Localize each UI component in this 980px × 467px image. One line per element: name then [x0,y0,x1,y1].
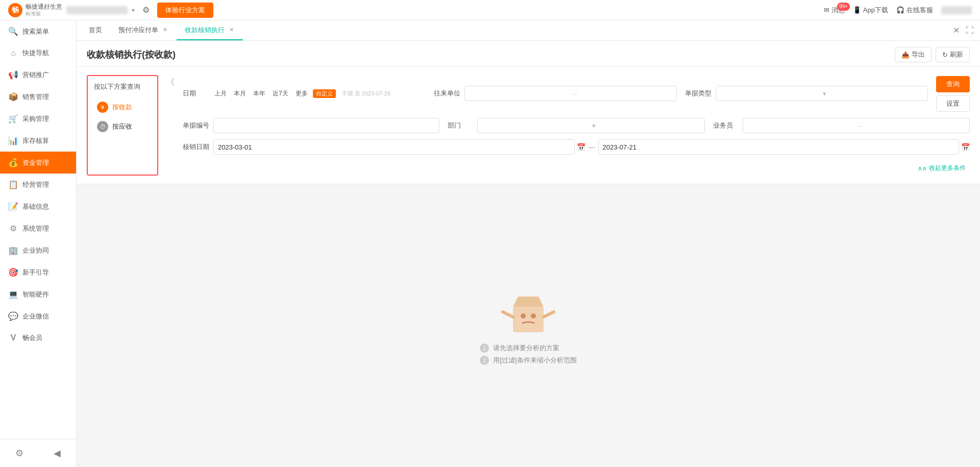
verify-date-end-input[interactable] [598,139,960,155]
member-icon: V [8,333,18,342]
quick-date-lastmonth[interactable]: 上月 [212,88,229,99]
quick-date-thismonth[interactable]: 本月 [232,88,248,99]
solution-button[interactable]: 体验行业方案 [157,3,213,18]
quick-date-more[interactable]: 更多 [293,88,310,99]
collapse-more-btn[interactable]: ∧∧ 收起更多条件 [914,163,970,174]
filter-option-by-receipt[interactable]: ¥ 按收款 [94,97,151,117]
tab-prepay-close[interactable]: ✕ [161,27,168,34]
quick-date-thisyear[interactable]: 本年 [251,88,267,99]
sidebar-item-hardware[interactable]: 💻 智能硬件 [0,283,76,305]
collapse-more-row: ∧∧ 收起更多条件 [183,161,970,176]
sidebar-collapse-btn[interactable]: ◀ [50,446,65,461]
sidebar-label-member: 畅会员 [22,333,42,342]
app-download-action[interactable]: 📱 App下载 [853,6,888,15]
app-download-label: App下载 [863,6,888,15]
date-separator: — [589,143,595,151]
tab-expand-btn[interactable]: ⛶ [964,24,976,37]
brand-info: 畅捷通好生意 标准版 [26,3,62,16]
sidebar-label-operations: 经营管理 [22,180,49,189]
filter-main-fields: 日期 上月 本月 本年 近7天 更多 自定义 不限 至 2023-07-26 [183,75,970,176]
top-header: 畅 畅捷通好生意 标准版 ▾ ⚙ 体验行业方案 ✉ 消息 99+ 📱 App下载… [0,0,980,20]
empty-hint-1: 1 请先选择要分析的方案 [480,343,576,353]
verify-date-start-wrap: 📅 [213,139,585,155]
tab-verify-label: 收款核销执行 [185,26,225,35]
filter-sidebar-collapse-btn[interactable]: 《 [166,77,175,88]
hint-num-1: 1 [480,343,489,353]
header-right: ✉ 消息 99+ 📱 App下载 🎧 在线客服 [824,6,972,15]
sidebar-label-sysadmin: 系统管理 [22,224,49,233]
tab-verify-close[interactable]: ✕ [228,27,235,34]
empty-hints: 1 请先选择要分析的方案 2 用[过滤]条件来缩小分析范围 [480,343,576,365]
quick-date-7days[interactable]: 近7天 [271,88,290,99]
sidebar-item-member[interactable]: V 畅会员 [0,327,76,349]
tab-content-area: 首页 预付冲应付单 ✕ 收款核销执行 ✕ ✕ ⛶ 收款核销执行(按收款) [77,20,980,467]
tab-prepay[interactable]: 预付冲应付单 ✕ [110,20,177,40]
header-dropdown-icon[interactable]: ▾ [132,7,135,14]
custom-date-badge[interactable]: 自定义 [313,89,336,98]
wxwork-icon: 💬 [8,311,18,321]
settings-button[interactable]: 设置 [936,95,970,112]
filter-option-by-receivable[interactable]: ⏱ 按应收 [94,117,151,136]
sidebar-item-basicinfo[interactable]: 📝 基础信息 [0,195,76,217]
message-icon: ✉ [824,6,829,14]
staff-select[interactable]: ··· [743,118,970,133]
date-label: 日期 [183,89,208,98]
tab-home-label: 首页 [89,26,102,35]
empty-state: 1 请先选择要分析的方案 2 用[过滤]条件来缩小分析范围 [77,184,980,467]
tab-close-all-btn[interactable]: ✕ [951,23,962,37]
brand-logo: 畅 [8,3,22,17]
sidebar-item-quicknav[interactable]: ⌂ 快捷导航 [0,42,76,64]
header-gear-button[interactable]: ⚙ [139,3,153,17]
sidebar-item-search[interactable]: 🔍 搜索菜单 [0,20,76,42]
export-button[interactable]: 📤 导出 [895,47,932,62]
calendar-start-icon[interactable]: 📅 [577,143,585,151]
quick-dates: 上月 本月 本年 近7天 更多 自定义 [212,88,336,99]
vouchertype-select[interactable]: ▾ [716,86,928,101]
refresh-button[interactable]: ↻ 刷新 [936,47,970,62]
operations-icon: 📋 [8,180,18,189]
online-service-action[interactable]: 🎧 在线客服 [896,6,933,15]
counterparty-select[interactable]: ··· [464,86,677,101]
sidebar-item-inventory[interactable]: 📊 库存核算 [0,130,76,152]
svg-marker-1 [513,297,544,307]
sidebar-item-operations[interactable]: 📋 经营管理 [0,174,76,195]
voucherno-input[interactable] [213,118,439,133]
tab-verify[interactable]: 收款核销执行 ✕ [177,20,243,40]
sidebar-item-sales[interactable]: 📦 销售管理 [0,86,76,108]
user-area[interactable] [941,6,972,14]
svg-point-3 [531,313,536,318]
verifydate-label: 核销日期 [183,142,209,152]
header-blurred-company [66,6,128,14]
filter-verifydate-field: 核销日期 📅 — 📅 [183,139,970,155]
voucherno-label: 单据编号 [183,121,209,130]
dept-select[interactable]: ▾ [477,118,704,133]
counterparty-dots: ··· [572,90,672,97]
app-icon: 📱 [853,6,861,14]
svg-line-4 [503,312,513,317]
export-icon: 📤 [901,51,910,59]
page-header: 收款核销执行(按收款) 📤 导出 ↻ 刷新 [77,41,980,67]
sidebar-item-funds[interactable]: 💰 资金管理 [0,152,76,174]
sysadmin-icon: ⚙ [8,224,18,233]
sidebar-item-purchase[interactable]: 🛒 采购管理 [0,108,76,130]
sidebar-item-enterprise[interactable]: 🏢 企业协同 [0,239,76,261]
calendar-end-icon[interactable]: 📅 [961,143,970,151]
sidebar-label-hardware: 智能硬件 [22,290,49,299]
sidebar-settings-btn[interactable]: ⚙ [11,446,28,461]
sidebar-label-tutorial: 新手引导 [22,268,49,277]
svg-line-5 [544,312,554,317]
tab-home[interactable]: 首页 [81,20,110,40]
hint-num-2: 2 [480,356,489,365]
message-action[interactable]: ✉ 消息 99+ [824,6,845,15]
sidebar-item-tutorial[interactable]: 🎯 新手引导 [0,261,76,283]
header-left: 畅 畅捷通好生意 标准版 ▾ ⚙ 体验行业方案 [8,3,824,18]
sidebar-item-marketing[interactable]: 📢 营销推广 [0,64,76,86]
query-button[interactable]: 查询 [936,76,970,92]
staff-label: 业务员 [713,121,739,130]
sidebar-label-search: 搜索菜单 [22,27,49,36]
verify-date-start-input[interactable] [213,139,575,155]
sidebar-item-wxwork[interactable]: 💬 企业微信 [0,305,76,327]
verify-date-end-wrap: 📅 [598,139,970,155]
sidebar-item-sysadmin[interactable]: ⚙ 系统管理 [0,217,76,239]
basicinfo-icon: 📝 [8,202,18,211]
